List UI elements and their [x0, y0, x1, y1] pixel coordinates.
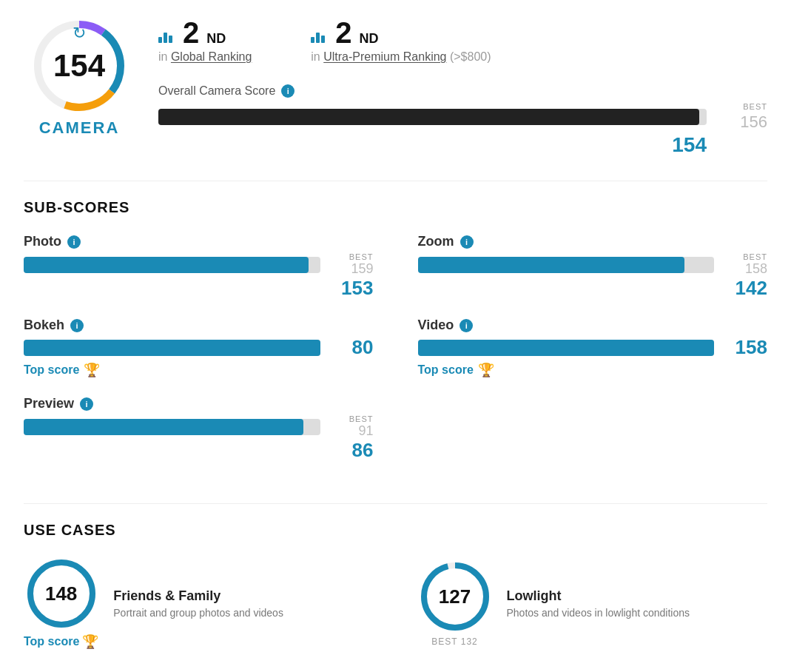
- subscore-photo-bar-wrap: [24, 257, 320, 273]
- subscore-video-label: Video: [418, 317, 454, 333]
- subscore-video-bar-container: [418, 340, 715, 356]
- subscore-video-top-score-text: Top score: [418, 363, 474, 377]
- use-case-ff-trophy: 🏆: [82, 634, 98, 650]
- subscore-zoom-bar-fill: [418, 257, 684, 273]
- subscore-video-score: 158: [723, 336, 767, 359]
- ultra-ranking: 2ND in Ultra-Premium Ranking (>$800): [311, 18, 491, 64]
- subscore-video-trophy: 🏆: [478, 362, 494, 378]
- subscore-zoom-info[interactable]: i: [460, 235, 474, 249]
- subscore-photo-bar-container: [24, 257, 320, 273]
- use-case-ll-circle-wrap: 127 BEST 132: [418, 560, 492, 647]
- subscore-preview-bar-fill: [24, 419, 303, 435]
- subscore-preview-best-label: BEST: [329, 414, 374, 423]
- ultra-rank-suffix: ND: [360, 31, 379, 47]
- subscore-bokeh-top-score-text: Top score: [24, 363, 79, 377]
- ultra-rank-number: 2: [335, 18, 351, 47]
- subscore-zoom-best-val: 158: [723, 261, 767, 277]
- subscore-bokeh-right: 80: [329, 336, 374, 359]
- use-case-ff-top-score-row: Top score 🏆: [24, 634, 98, 650]
- subscore-preview-label-row: Preview i: [24, 396, 374, 411]
- subscore-photo-best-val: 159: [329, 261, 374, 277]
- use-case-ff-score: 148: [45, 582, 77, 605]
- header-section: ↻ 154 CAMERA 2ND in Gl: [24, 18, 767, 157]
- bar-chart-icon-global: [158, 33, 172, 43]
- subscore-preview-score: 86: [24, 439, 374, 462]
- subscore-zoom-bar-wrap: [418, 257, 715, 273]
- use-case-ff-circle: 148: [24, 557, 98, 631]
- subscore-bokeh-score: 80: [329, 336, 374, 359]
- subscore-photo-info[interactable]: i: [67, 235, 81, 249]
- subscore-bokeh-trophy: 🏆: [84, 362, 100, 378]
- overall-best-value: 156: [716, 112, 767, 132]
- subscore-preview-info[interactable]: i: [80, 397, 93, 411]
- rankings-section: 2ND in Global Ranking 2ND: [158, 18, 767, 157]
- overall-score-value: 154: [158, 133, 707, 157]
- subscore-preview-bar-row: BEST 91: [24, 414, 374, 439]
- use-case-ff-inner: 148: [45, 582, 77, 605]
- use-case-ff-name: Friends & Family: [113, 588, 373, 604]
- global-ranking: 2ND in Global Ranking: [158, 18, 252, 64]
- subscore-bokeh-bar-container: [24, 340, 320, 356]
- subscore-preview-bar-container: [24, 419, 320, 435]
- subscore-bokeh-label: Bokeh: [24, 317, 64, 333]
- subscore-video-bar-wrap: [418, 340, 715, 356]
- use-case-ll-circle: 127: [418, 560, 492, 634]
- subscore-bokeh-bar-row: 80: [24, 336, 374, 359]
- subscore-photo-label-row: Photo i: [24, 234, 374, 249]
- divider-1: [24, 181, 767, 181]
- subscore-zoom-label: Zoom: [418, 234, 454, 249]
- two-rankings: 2ND in Global Ranking 2ND: [158, 18, 767, 64]
- subscore-zoom-best-label: BEST: [723, 252, 767, 261]
- overall-best-label: BEST: [716, 102, 767, 111]
- subscore-video: Video i 158 Top score 🏆: [418, 317, 768, 378]
- subscore-photo-bar-row: BEST 159: [24, 252, 374, 277]
- subscore-video-info[interactable]: i: [460, 319, 473, 332]
- subscore-video-top-score-row: Top score 🏆: [418, 362, 768, 378]
- bar-chart-icon-ultra: [311, 33, 325, 43]
- overall-score-label: Overall Camera Score: [158, 84, 275, 98]
- use-cases-title: USE CASES: [24, 522, 767, 539]
- global-ranking-in: in: [158, 50, 167, 63]
- subscore-video-bar-row: 158: [418, 336, 768, 359]
- use-case-ll-inner: 127: [439, 585, 471, 608]
- use-case-ll-score: 127: [439, 585, 471, 608]
- subscore-bokeh-bar-fill: [24, 340, 320, 356]
- subscore-preview-best-val: 91: [329, 423, 374, 439]
- subscore-photo-best-label: BEST: [329, 252, 374, 261]
- subscore-zoom-right: BEST 158: [723, 252, 767, 277]
- subscore-photo-bar-fill: [24, 257, 309, 273]
- subscore-zoom-score: 142: [418, 277, 768, 300]
- score-circle: ↻ 154: [31, 18, 127, 114]
- main-score-number: 154: [53, 50, 105, 81]
- ultra-ranking-in: in: [311, 50, 320, 63]
- use-case-ll-name: Lowlight: [507, 588, 768, 604]
- subscore-zoom-bar-row: BEST 158: [418, 252, 768, 277]
- global-ranking-text: in Global Ranking: [158, 50, 252, 64]
- subscore-photo-right: BEST 159: [329, 252, 374, 277]
- use-case-ff-circle-wrap: 148 Top score 🏆: [24, 557, 98, 650]
- ultra-ranking-link[interactable]: Ultra-Premium Ranking: [323, 50, 446, 63]
- overall-score-bar-container: [158, 109, 707, 125]
- use-cases-grid: 148 Top score 🏆 Friends & Family Portrai…: [24, 557, 767, 659]
- subscore-zoom-label-row: Zoom i: [418, 234, 768, 249]
- overall-score-section: Overall Camera Score i BEST 156 154: [158, 84, 767, 157]
- global-rank-number: 2: [183, 18, 199, 47]
- camera-label: CAMERA: [39, 118, 120, 138]
- global-ranking-link[interactable]: Global Ranking: [171, 50, 252, 63]
- overall-info-badge[interactable]: i: [281, 84, 294, 98]
- subscore-bokeh-info[interactable]: i: [70, 319, 84, 332]
- subscore-preview-bar-wrap: [24, 419, 320, 435]
- use-case-ff-top-score-text: Top score: [24, 635, 79, 648]
- subscore-bokeh-bar-wrap: [24, 340, 320, 356]
- use-case-ll-desc: Photos and videos in lowlight conditions: [507, 607, 768, 619]
- subscore-video-bar-fill: [418, 340, 715, 356]
- ultra-ranking-extra: (>$800): [450, 50, 491, 63]
- use-case-lowlight: 127 BEST 132 Lowlight Photos and videos …: [418, 557, 768, 650]
- subscore-preview: Preview i BEST 91 86: [24, 396, 374, 462]
- subscore-video-label-row: Video i: [418, 317, 768, 333]
- subscore-zoom: Zoom i BEST 158 142: [418, 234, 768, 300]
- use-case-ll-info: Lowlight Photos and videos in lowlight c…: [507, 588, 768, 619]
- score-circle-inner: 154: [53, 50, 105, 81]
- subscore-bokeh: Bokeh i 80 Top score 🏆: [24, 317, 374, 378]
- subscore-zoom-bar-container: [418, 257, 715, 273]
